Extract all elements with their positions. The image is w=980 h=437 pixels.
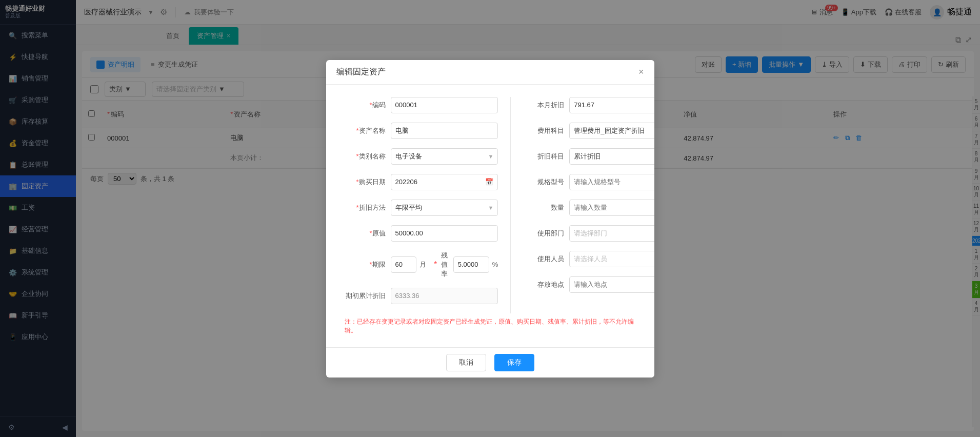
quantity-label: 数量 — [523, 203, 564, 212]
arrow-icon: ▼ — [488, 153, 493, 160]
period-inline: 月 * 残值率 % — [391, 251, 498, 279]
residual-label: 残值率 — [441, 251, 450, 279]
expense_subject-label: 费用科目 — [523, 126, 564, 135]
original_value-input[interactable] — [391, 225, 498, 242]
code-input[interactable] — [391, 97, 498, 113]
modal-overlay: 编辑固定资产 × *编码 *资产名称 *类别名称 电子设备▼ *购买日期 — [0, 0, 980, 437]
modal-left-col: *编码 *资产名称 *类别名称 电子设备▼ *购买日期 202206📅 *折旧方… — [336, 97, 511, 313]
modal-body: *编码 *资产名称 *类别名称 电子设备▼ *购买日期 202206📅 *折旧方… — [326, 85, 654, 347]
save-button[interactable]: 保存 — [494, 354, 534, 371]
dep_method-select[interactable]: 年限平均▼ — [391, 200, 498, 216]
form-row-original_value: *原值 — [336, 225, 507, 242]
modal-close-icon[interactable]: × — [638, 67, 644, 77]
modal-title: 编辑固定资产 — [336, 67, 386, 77]
monthly_dep-label: 本月折旧 — [523, 101, 564, 110]
quantity-input[interactable] — [569, 200, 654, 216]
period-input[interactable] — [391, 256, 416, 273]
form-row-dep_subject: 折旧科目 累计折旧▼ — [515, 148, 654, 165]
period-label: *期限 — [345, 260, 386, 269]
form-row-quantity: 数量 — [515, 200, 654, 216]
monthly_dep-input[interactable] — [569, 97, 654, 113]
form-row-spec: 规格型号 — [515, 174, 654, 190]
residual-required: * — [434, 260, 437, 269]
modal-right-col: 本月折旧 费用科目 管理费用_固定资产折旧▼ 折旧科目 累计折旧▼ 规格型号 数… — [511, 97, 654, 313]
form-row-category: *类别名称 电子设备▼ — [336, 148, 507, 165]
original_value-label: *原值 — [345, 229, 386, 238]
asset_name-label: *资产名称 — [345, 126, 386, 135]
arrow-icon: ▼ — [488, 205, 493, 211]
dept-select[interactable]: 请选择部门▼ — [569, 225, 654, 242]
form-row-buy_date: *购买日期 202206📅 — [336, 174, 507, 190]
modal-note: 注：已经存在变更记录或者对应固定资产已经生成凭证，原值、购买日期、残值率、累计折… — [336, 313, 644, 337]
person-select[interactable]: 请选择人员▼ — [569, 251, 654, 267]
form-row-location: 存放地点 — [515, 276, 654, 293]
dep_subject-label: 折旧科目 — [523, 152, 564, 161]
location-label: 存放地点 — [523, 280, 564, 289]
form-row-dep_method: *折旧方法 年限平均▼ — [336, 200, 507, 216]
edit-modal: 编辑固定资产 × *编码 *资产名称 *类别名称 电子设备▼ *购买日期 — [326, 60, 654, 378]
category-label: *类别名称 — [345, 152, 386, 161]
form-row-asset_name: *资产名称 — [336, 123, 507, 139]
asset_name-input[interactable] — [391, 123, 498, 139]
dep_subject-select[interactable]: 累计折旧▼ — [569, 148, 654, 165]
form-row-initial_dep: 期初累计折旧 — [336, 288, 507, 304]
form-row-expense_subject: 费用科目 管理费用_固定资产折旧▼ — [515, 123, 654, 139]
buy_date-input[interactable]: 202206📅 — [391, 174, 498, 190]
modal-header: 编辑固定资产 × — [326, 60, 654, 85]
initial_dep-input — [391, 288, 498, 304]
modal-footer: 取消 保存 — [326, 347, 654, 378]
dep_method-label: *折旧方法 — [345, 203, 386, 212]
form-row-period: *期限 月 * 残值率 % — [336, 251, 507, 279]
calendar-icon: 📅 — [485, 178, 493, 186]
form-row-monthly_dep: 本月折旧 — [515, 97, 654, 113]
category-select[interactable]: 电子设备▼ — [391, 148, 498, 165]
spec-input[interactable] — [569, 174, 654, 190]
residual-input[interactable] — [453, 256, 489, 273]
form-row-dept: 使用部门 请选择部门▼ — [515, 225, 654, 242]
cancel-button[interactable]: 取消 — [446, 354, 486, 371]
code-label: *编码 — [345, 101, 386, 110]
location-input[interactable] — [569, 276, 654, 293]
expense_subject-select[interactable]: 管理费用_固定资产折旧▼ — [569, 123, 654, 139]
buy_date-label: *购买日期 — [345, 177, 386, 187]
period-unit: 月 — [419, 260, 426, 269]
residual-unit: % — [492, 261, 498, 268]
dept-label: 使用部门 — [523, 229, 564, 238]
form-row-code: *编码 — [336, 97, 507, 113]
initial_dep-label: 期初累计折旧 — [345, 291, 386, 301]
person-label: 使用人员 — [523, 254, 564, 264]
form-row-person: 使用人员 请选择人员▼ — [515, 251, 654, 267]
spec-label: 规格型号 — [523, 177, 564, 187]
